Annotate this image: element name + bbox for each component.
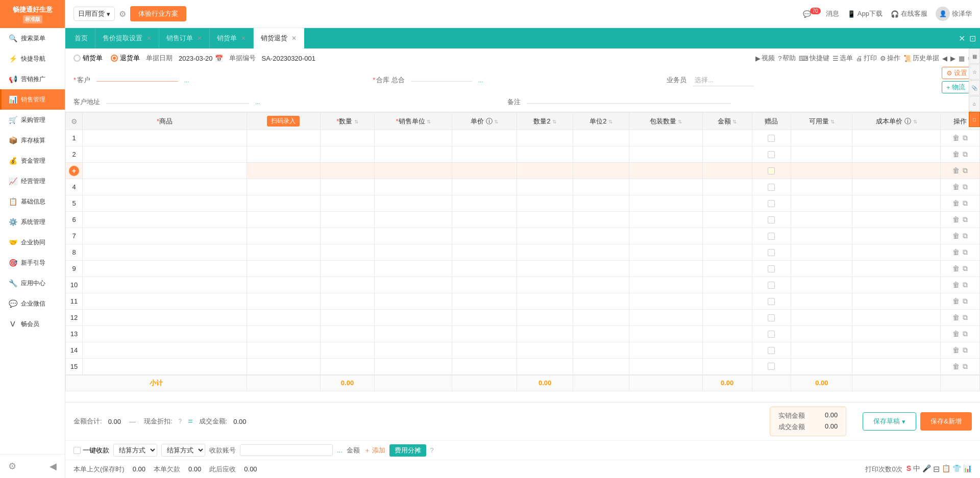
sidebar-item-collab[interactable]: 🤝 企业协同 [0,232,65,253]
online-service-btn[interactable]: 🎧 在线客服 [891,9,927,18]
gift-checkbox-9[interactable] [768,265,775,272]
feiyong-help-icon[interactable]: ? [430,447,434,454]
delete-row-6-btn[interactable]: 🗑 [952,215,960,224]
sidebar-item-marketing[interactable]: 📢 营销推广 [0,69,65,89]
right-panel-btn-3[interactable]: 📎 [969,80,980,95]
gift-checkbox-2[interactable] [768,151,775,158]
delete-row-10-btn[interactable]: 🗑 [952,281,960,289]
sj-btn-3[interactable]: ⊟ [933,464,940,474]
app-download-btn[interactable]: 📱 App下载 [847,9,883,18]
delete-row-7-btn[interactable]: 🗑 [952,232,960,240]
settle-method-select[interactable]: 结算方式 [113,444,157,457]
gift-checkbox-6[interactable] [768,216,775,223]
copy-row-5-btn[interactable]: ⧉ [963,199,968,208]
print-btn[interactable]: 🖨 打印 [856,54,877,63]
operate-btn[interactable]: ⚙ 操作 [880,54,900,63]
gift-checkbox-11[interactable] [768,298,775,305]
select-btn[interactable]: ☰ 选单 [832,54,853,63]
gift-checkbox-7[interactable] [768,233,775,240]
sj-btn-6[interactable]: 📊 [963,464,972,474]
nav-next-btn[interactable]: ▶ [950,55,955,62]
gift-checkbox-13[interactable] [768,331,775,338]
copy-row-12-btn[interactable]: ⧉ [963,313,968,322]
scan-btn[interactable]: 扫码录入 [267,116,300,127]
sidebar-item-finance[interactable]: 💰 资金管理 [0,150,65,171]
save-draft-btn[interactable]: 保存草稿 ▾ [863,412,916,431]
salesperson-input[interactable]: 选择... [693,74,754,86]
sj-btn-1[interactable]: 中 [913,464,920,474]
delete-row-1-btn[interactable]: 🗑 [952,134,960,142]
delete-row-9-btn[interactable]: 🗑 [952,264,960,273]
help-btn[interactable]: ? 帮助 [778,54,796,63]
sidebar-settings-btn[interactable]: ⚙ [4,459,20,474]
warehouse-input[interactable] [411,79,472,82]
video-btn[interactable]: ▶ 视频 [755,54,775,63]
tab-home[interactable]: 首页 [67,28,95,48]
copy-row-9-btn[interactable]: ⧉ [963,264,968,273]
copy-row-4-btn[interactable]: ⧉ [963,183,968,191]
remark-input[interactable] [527,101,731,104]
shortcut-btn[interactable]: ⌨ 快捷键 [799,54,829,63]
sidebar-item-guide[interactable]: 🎯 新手引导 [0,253,65,273]
gift-checkbox-3[interactable] [768,167,775,174]
sj-btn-4[interactable]: 📋 [942,464,950,474]
equals-icon[interactable]: = [188,417,192,426]
customer-input[interactable] [96,79,178,82]
sidebar-item-basic-info[interactable]: 📋 基础信息 [0,191,65,212]
try-industry-btn[interactable]: 体验行业方案 [130,6,186,21]
sidebar-item-app-center[interactable]: 🔧 应用中心 [0,273,65,293]
right-panel-btn-4[interactable]: ⌂ [969,96,980,111]
add-row-btn[interactable]: + [69,166,79,176]
tab-close-sales-return[interactable]: ✕ [291,35,297,42]
right-panel-btn-5[interactable]: □ [969,112,980,127]
tab-close-sales-bill[interactable]: ✕ [241,35,246,42]
copy-row-15-btn[interactable]: ⧉ [963,362,968,371]
tab-sales-bill[interactable]: 销货单 ✕ [210,28,254,48]
settings-btn[interactable]: ⚙ 设置 [942,67,972,79]
sidebar-item-purchase[interactable]: 🛒 采购管理 [0,110,65,130]
gift-checkbox-1[interactable] [768,135,775,142]
delete-row-3-btn[interactable]: 🗑 [952,166,960,175]
radio-return-bill[interactable]: 退货单 [111,54,140,63]
delete-row-15-btn[interactable]: 🗑 [952,362,960,371]
copy-row-10-btn[interactable]: ⧉ [963,281,968,289]
settings-gear-icon[interactable]: ⚙ [119,9,126,19]
sidebar-item-wechat[interactable]: 💬 企业微信 [0,293,65,314]
sidebar-item-inventory[interactable]: 📦 库存核算 [0,130,65,150]
gift-checkbox-14[interactable] [768,347,775,354]
gift-checkbox-10[interactable] [768,282,775,289]
copy-row-1-btn[interactable]: ⧉ [963,134,968,142]
sidebar-item-vip[interactable]: V 畅会员 [0,314,65,334]
account-num-input[interactable] [240,444,333,456]
save-new-btn[interactable]: 保存&新增 [920,412,972,431]
tab-close-all-btn[interactable]: ✕ [959,34,965,43]
one-key-collect-checkbox[interactable]: 一键收款 [74,446,109,455]
delete-row-5-btn[interactable]: 🗑 [952,199,960,208]
delete-row-2-btn[interactable]: 🗑 [952,150,960,159]
tab-restore-btn[interactable]: ⊡ [969,34,976,43]
sidebar-item-search[interactable]: 🔍 搜索菜单 [0,28,65,48]
radio-sales-bill[interactable]: 销货单 [74,54,103,63]
feiyong-btn[interactable]: 费用分摊 [389,444,426,457]
delete-row-8-btn[interactable]: 🗑 [952,248,960,257]
wuliu-btn[interactable]: + 物流 [942,81,972,93]
delete-row-13-btn[interactable]: 🗑 [952,330,960,338]
industry-select[interactable]: 日用百货 ▾ [74,7,115,21]
tab-sales-order[interactable]: 销售订单 ✕ [159,28,210,48]
gift-checkbox-4[interactable] [768,184,775,191]
copy-row-13-btn[interactable]: ⧉ [963,330,968,338]
cash-discount-help-icon[interactable]: ? [179,418,182,425]
sidebar-item-management[interactable]: 📈 经营管理 [0,171,65,191]
history-btn[interactable]: 📜 历史单据 [903,54,939,63]
tab-sales-return[interactable]: 销货退货 ✕ [254,28,304,48]
copy-row-8-btn[interactable]: ⧉ [963,248,968,257]
copy-row-3-btn[interactable]: ⧉ [963,166,968,175]
user-profile-btn[interactable]: 👤 徐泽华 [936,7,972,21]
gift-checkbox-15[interactable] [768,363,775,370]
tab-close-sales-order[interactable]: ✕ [197,35,202,42]
tab-price-setting[interactable]: 售价提取设置 ✕ [95,28,159,48]
message-btn[interactable]: 💬 70 消息 [803,9,839,18]
delete-row-11-btn[interactable]: 🗑 [952,297,960,306]
copy-row-14-btn[interactable]: ⧉ [963,346,968,355]
copy-row-11-btn[interactable]: ⧉ [963,297,968,306]
